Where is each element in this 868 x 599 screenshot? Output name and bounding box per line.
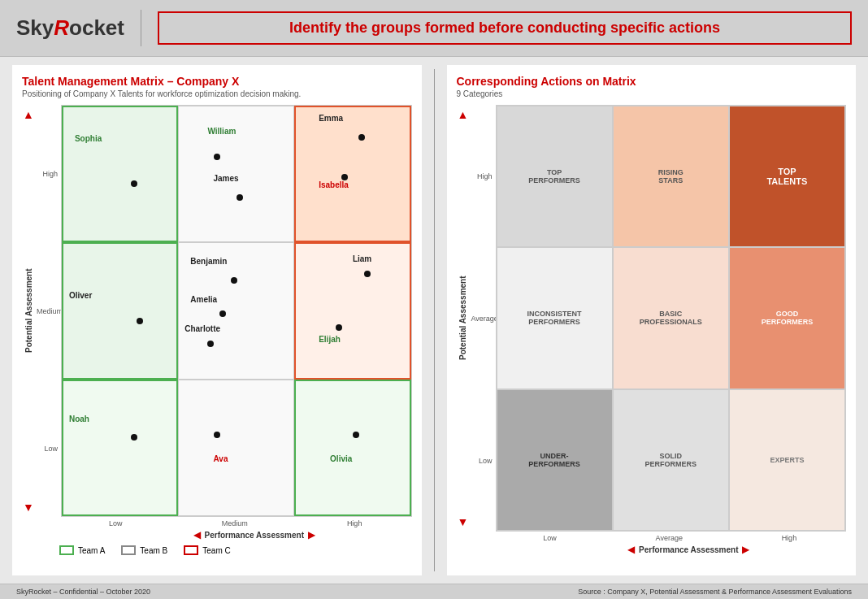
legend-label-c: Team C <box>202 546 230 555</box>
label-charlotte: Charlotte <box>184 324 220 333</box>
cell-mid-low: Oliver <box>62 242 178 379</box>
x-axis-area-right: Low Average High ◀ Performance Assessmen… <box>457 534 847 555</box>
left-matrix-with-axes: ▲ Potential Assessment ▼ High Medium Low <box>22 105 412 517</box>
dot-william <box>214 154 220 160</box>
dot-emma <box>358 134 365 141</box>
y-ticks-right: High Average Low <box>471 105 496 532</box>
cell-mid-mid: Benjamin Amelia Charlotte <box>178 242 294 379</box>
legend-label-a: Team A <box>78 546 105 555</box>
logo-r: R <box>54 15 69 40</box>
r-cell-basic-professionals: BASICPROFESSIONALS <box>613 247 729 388</box>
left-panel: Talent Management Matrix – Company X Pos… <box>12 65 422 575</box>
main-content: Talent Management Matrix – Company X Pos… <box>0 57 868 584</box>
x-ticks-right: Low Average High <box>494 534 847 542</box>
y-tick-medium: Medium <box>37 307 58 315</box>
y-arrow-up-left: ▲ <box>23 108 34 121</box>
label-sophia: Sophia <box>75 134 102 143</box>
y-tick-low-r: Low <box>471 457 493 465</box>
label-emma: Emma <box>319 114 343 123</box>
x-axis-label-row-right: ◀ Performance Assessment ▶ <box>494 544 847 555</box>
cell-mid-high: Liam Elijah <box>294 242 410 379</box>
r-cell-inconsistent-performers: INCONSISTENTPERFORMERS <box>497 247 613 388</box>
x-axis-label-right: Performance Assessment <box>639 545 738 554</box>
left-matrix-grid: Sophia William James <box>61 105 412 517</box>
header-title: Identify the groups formed before conduc… <box>289 20 720 36</box>
right-panel-title: Corresponding Actions on Matrix <box>457 75 847 88</box>
r-cell-solid-performers: SOLIDPERFORMERS <box>613 389 729 531</box>
label-noah: Noah <box>69 415 89 423</box>
logo-rocket: ocket <box>69 15 124 40</box>
header-title-box: Identify the groups formed before conduc… <box>158 11 852 45</box>
y-tick-low: Low <box>37 445 58 453</box>
dot-james <box>237 194 243 201</box>
x-arrow-right-right: ▶ <box>742 544 749 555</box>
y-axis-label-left: Potential Assessment <box>24 123 33 499</box>
legend-team-a: Team A <box>59 545 105 555</box>
x-tick-high-r: High <box>782 534 797 542</box>
legend-team-b: Team B <box>121 545 167 555</box>
x-axis-label-left: Performance Assessment <box>205 531 304 540</box>
right-matrix-with-axes: ▲ Potential Assessment ▼ High Average Lo… <box>457 105 847 532</box>
legend-label-b: Team B <box>140 546 167 555</box>
left-panel-title: Talent Management Matrix – Company X <box>22 75 412 88</box>
r-cell-experts: EXPERTS <box>729 389 845 531</box>
x-tick-avg-r: Average <box>656 534 683 542</box>
legend: Team A Team B Team C <box>22 545 412 555</box>
x-tick-medium: Medium <box>222 519 248 527</box>
y-arrow-up-right: ▲ <box>458 108 469 121</box>
right-grid-container: TOPPERFORMERS RISINGSTARS TOPTALENTS INC… <box>496 105 847 532</box>
cell-high-low: Sophia <box>62 106 178 242</box>
cell-low-mid: Ava <box>178 380 294 516</box>
r-cell-under-performers: UNDER-PERFORMERS <box>497 389 613 531</box>
header-divider <box>141 10 141 46</box>
label-ava: Ava <box>214 454 228 463</box>
label-william: William <box>207 127 236 136</box>
page: SkyRocket Identify the groups formed bef… <box>0 0 868 599</box>
dot-olivia <box>353 432 359 438</box>
footer-left: SkyRocket – Confidential – October 2020 <box>16 588 150 596</box>
left-matrix-wrapper: ▲ Potential Assessment ▼ High Medium Low <box>22 105 412 555</box>
footer: SkyRocket – Confidential – October 2020 … <box>0 584 868 599</box>
x-arrow-right-left: ▶ <box>308 529 315 540</box>
dot-ava <box>214 432 220 438</box>
legend-box-c <box>184 545 198 555</box>
dot-oliver <box>137 318 143 324</box>
logo: SkyRocket <box>16 15 124 41</box>
cell-high-high: Emma Isabella <box>294 106 410 242</box>
cell-low-low: Noah <box>62 380 178 516</box>
panel-divider <box>434 69 435 571</box>
legend-box-a <box>59 545 74 555</box>
y-arrow-down-right: ▼ <box>458 515 469 528</box>
dot-elijah <box>336 324 342 331</box>
y-axis-label-right: Potential Assessment <box>458 123 467 514</box>
right-matrix-grid: TOPPERFORMERS RISINGSTARS TOPTALENTS INC… <box>496 105 847 532</box>
dot-charlotte <box>207 341 214 347</box>
label-amelia: Amelia <box>190 295 217 304</box>
legend-box-b <box>121 545 136 555</box>
y-ticks-left: High Medium Low <box>37 105 61 517</box>
x-tick-low-r: Low <box>543 534 557 542</box>
label-isabella: Isabella <box>319 180 349 189</box>
dot-liam <box>364 271 371 277</box>
cell-high-mid: William James <box>178 106 294 242</box>
legend-team-c: Team C <box>184 545 230 555</box>
label-oliver: Oliver <box>69 291 92 300</box>
label-elijah: Elijah <box>319 335 341 344</box>
y-arrow-down-left: ▼ <box>23 501 34 514</box>
right-panel: Corresponding Actions on Matrix 9 Catego… <box>447 65 857 575</box>
r-cell-good-performers: GOODPERFORMERS <box>729 247 845 388</box>
right-panel-subtitle: 9 Categories <box>457 89 847 98</box>
x-arrow-left-right: ◀ <box>627 544 635 555</box>
y-tick-high: High <box>37 170 58 178</box>
x-tick-low: Low <box>109 519 123 527</box>
dot-amelia <box>219 310 226 317</box>
r-cell-rising-stars: RISINGSTARS <box>613 106 729 247</box>
left-grid-container: Sophia William James <box>61 105 412 517</box>
dot-isabella <box>341 174 348 180</box>
x-axis-area-left: Low Medium High ◀ Performance Assessment… <box>22 519 412 540</box>
dot-benjamin <box>231 277 237 284</box>
r-cell-top-talents: TOPTALENTS <box>729 106 845 247</box>
dot-sophia <box>131 180 137 187</box>
label-olivia: Olivia <box>330 454 352 463</box>
footer-right: Source : Company X, Potential Assessment… <box>578 588 852 596</box>
